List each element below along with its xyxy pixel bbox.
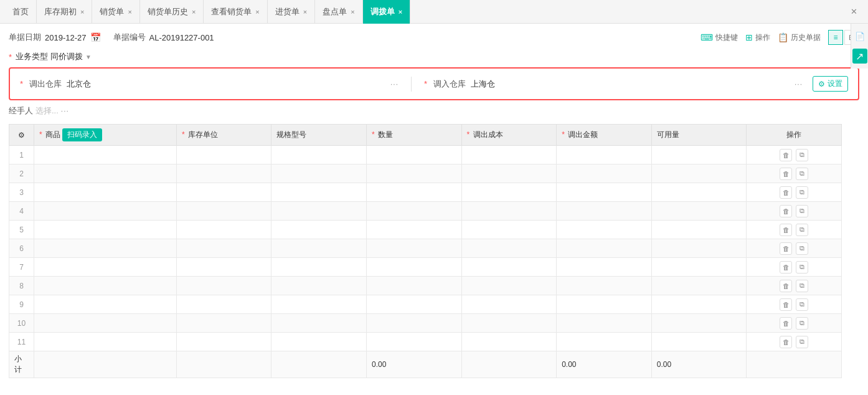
delete-row-button[interactable]: 🗑 xyxy=(780,242,792,255)
tab-sales-order[interactable]: 销货单 × xyxy=(92,0,139,24)
cell-cost[interactable] xyxy=(461,239,557,258)
handler-select[interactable]: 选择... xyxy=(35,105,59,117)
delete-row-button[interactable]: 🗑 xyxy=(780,280,792,292)
cell-cost[interactable] xyxy=(461,221,557,239)
delete-row-button[interactable]: 🗑 xyxy=(780,298,792,311)
cell-amount[interactable] xyxy=(557,333,652,351)
cell-available[interactable] xyxy=(651,314,747,333)
cell-available[interactable] xyxy=(651,258,747,277)
sidebar-doc-icon[interactable]: 📄 xyxy=(852,29,867,44)
wh-in-more-btn[interactable]: ··· xyxy=(795,80,803,88)
cell-qty[interactable] xyxy=(367,258,462,277)
tab-home[interactable]: 首页 xyxy=(5,0,37,24)
copy-row-button[interactable]: ⧉ xyxy=(796,149,808,161)
cell-spec[interactable] xyxy=(271,221,367,239)
cell-product[interactable] xyxy=(34,314,177,333)
cell-amount[interactable] xyxy=(557,295,652,314)
delete-row-button[interactable]: 🗑 xyxy=(780,149,792,161)
cell-cost[interactable] xyxy=(461,277,557,295)
cell-amount[interactable] xyxy=(557,277,652,295)
shortcuts-btn[interactable]: ⌨ 快捷键 xyxy=(701,32,738,43)
cell-product[interactable] xyxy=(34,164,177,183)
cell-qty[interactable] xyxy=(367,202,462,221)
cell-cost[interactable] xyxy=(461,183,557,202)
delete-row-button[interactable]: 🗑 xyxy=(780,168,792,180)
cell-qty[interactable] xyxy=(367,146,462,164)
copy-row-button[interactable]: ⧉ xyxy=(796,205,808,217)
tab-transfer[interactable]: 调拨单 × xyxy=(363,0,410,24)
cell-spec[interactable] xyxy=(271,239,367,258)
wh-out-more-btn[interactable]: ··· xyxy=(390,80,399,88)
delete-row-button[interactable]: 🗑 xyxy=(780,261,792,274)
cell-available[interactable] xyxy=(651,202,747,221)
cell-product[interactable] xyxy=(34,146,177,164)
tab-close-sales-order[interactable]: × xyxy=(128,8,131,16)
cell-spec[interactable] xyxy=(271,333,367,351)
copy-row-button[interactable]: ⧉ xyxy=(796,317,808,330)
cell-unit[interactable] xyxy=(176,221,271,239)
cell-unit[interactable] xyxy=(176,183,271,202)
copy-row-button[interactable]: ⧉ xyxy=(796,298,808,311)
sidebar-expand-icon[interactable]: ↗ xyxy=(852,49,867,64)
cell-qty[interactable] xyxy=(367,164,462,183)
cell-unit[interactable] xyxy=(176,202,271,221)
business-type-dropdown[interactable]: ▼ xyxy=(85,54,92,60)
tab-close-inventory-init[interactable]: × xyxy=(80,8,84,16)
tab-sales-history[interactable]: 销货单历史 × xyxy=(140,0,204,24)
cell-available[interactable] xyxy=(651,295,747,314)
cell-product[interactable] xyxy=(34,221,177,239)
gear-icon[interactable]: ⚙ xyxy=(18,131,25,140)
cell-cost[interactable] xyxy=(461,333,557,351)
cell-available[interactable] xyxy=(651,277,747,295)
cell-cost[interactable] xyxy=(461,164,557,183)
wh-in-value[interactable]: 上海仓 xyxy=(471,79,495,90)
tab-stocktake[interactable]: 盘点单 × xyxy=(315,0,362,24)
cell-unit[interactable] xyxy=(176,146,271,164)
cell-product[interactable] xyxy=(34,333,177,351)
cell-amount[interactable] xyxy=(557,314,652,333)
cell-qty[interactable] xyxy=(367,221,462,239)
layout-list-btn[interactable]: ≡ xyxy=(828,30,843,45)
cell-product[interactable] xyxy=(34,295,177,314)
cell-cost[interactable] xyxy=(461,146,557,164)
cell-unit[interactable] xyxy=(176,277,271,295)
tab-purchase[interactable]: 进货单 × xyxy=(268,0,315,24)
cell-qty[interactable] xyxy=(367,239,462,258)
copy-row-button[interactable]: ⧉ xyxy=(796,242,808,255)
tab-inventory-init[interactable]: 库存期初 × xyxy=(37,0,92,24)
cell-cost[interactable] xyxy=(461,202,557,221)
cell-amount[interactable] xyxy=(557,164,652,183)
cell-available[interactable] xyxy=(651,239,747,258)
cell-qty[interactable] xyxy=(367,314,462,333)
delete-row-button[interactable]: 🗑 xyxy=(780,336,792,348)
cell-qty[interactable] xyxy=(367,295,462,314)
delete-row-button[interactable]: 🗑 xyxy=(780,224,792,236)
cell-qty[interactable] xyxy=(367,277,462,295)
tab-close-stocktake[interactable]: × xyxy=(351,8,354,16)
cell-unit[interactable] xyxy=(176,295,271,314)
wh-out-value[interactable]: 北京仓 xyxy=(67,79,91,90)
cell-unit[interactable] xyxy=(176,239,271,258)
cell-unit[interactable] xyxy=(176,258,271,277)
cell-amount[interactable] xyxy=(557,239,652,258)
cell-product[interactable] xyxy=(34,183,177,202)
cell-spec[interactable] xyxy=(271,164,367,183)
cell-available[interactable] xyxy=(651,183,747,202)
delete-row-button[interactable]: 🗑 xyxy=(780,205,792,217)
delete-row-button[interactable]: 🗑 xyxy=(780,317,792,330)
tab-view-sales[interactable]: 查看销货单 × xyxy=(204,0,267,24)
cell-cost[interactable] xyxy=(461,295,557,314)
copy-row-button[interactable]: ⧉ xyxy=(796,168,808,180)
cell-cost[interactable] xyxy=(461,258,557,277)
business-type-value[interactable]: 同价调拨 xyxy=(50,51,83,62)
cell-product[interactable] xyxy=(34,277,177,295)
cell-product[interactable] xyxy=(34,258,177,277)
operations-btn[interactable]: ⊞ 操作 xyxy=(745,32,770,43)
cell-unit[interactable] xyxy=(176,314,271,333)
copy-row-button[interactable]: ⧉ xyxy=(796,261,808,274)
delete-row-button[interactable]: 🗑 xyxy=(780,186,792,199)
cell-qty[interactable] xyxy=(367,183,462,202)
close-all-tabs-button[interactable]: ✕ xyxy=(844,2,863,21)
calendar-icon[interactable]: 📅 xyxy=(90,32,101,42)
cell-amount[interactable] xyxy=(557,202,652,221)
